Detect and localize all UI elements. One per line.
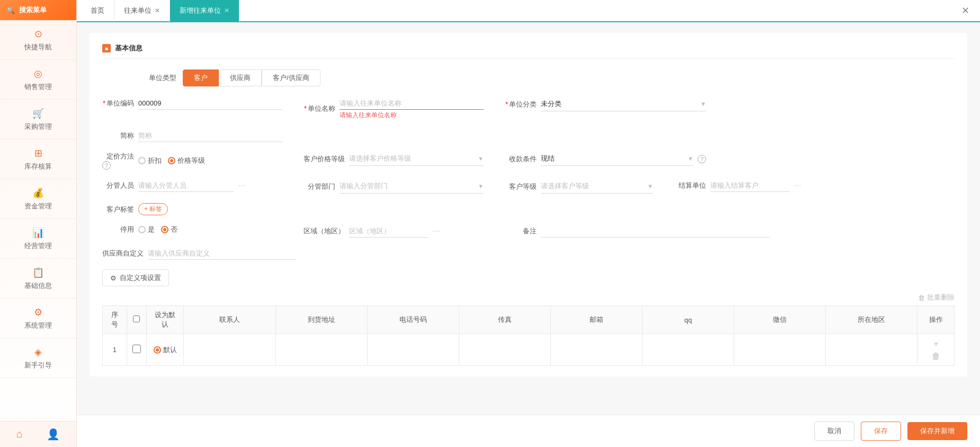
default-radio-label[interactable]: 默认 [152, 345, 179, 355]
sidebar-item-guide[interactable]: ◈ 新手引导 [0, 338, 76, 378]
cell-region [826, 334, 917, 366]
qq-input[interactable] [648, 346, 728, 354]
remark-input[interactable] [541, 225, 770, 238]
pricing-discount-option[interactable]: 折扣 [138, 156, 162, 165]
contact-table: 序号设为默认联系人到货地址电话号码传真邮箱qq微信所在地区操作 1 默认 ＋ 🗑 [102, 305, 955, 366]
col-header-2: 设为默认 [146, 306, 184, 334]
settlement-more-icon[interactable]: ··· [794, 181, 801, 190]
batch-delete-button[interactable]: 🗑 批量删除 [918, 293, 955, 302]
select-all-checkbox[interactable] [133, 315, 140, 322]
unit-type-row: 单位类型 客户 供应商 客户/供应商 [102, 69, 955, 86]
close-new-contact-tab[interactable]: ✕ [224, 7, 229, 14]
payment-terms-select[interactable]: 现结 ▼ [541, 152, 693, 166]
disabled-yes-option[interactable]: 是 [138, 225, 155, 234]
sidebar-header[interactable]: 🔍 搜索菜单 [0, 0, 76, 20]
user-icon[interactable]: 👤 [47, 428, 60, 441]
customer-price-level-label: 客户价格等级 [304, 154, 345, 164]
main-area: 首页 往来单位 ✕ 新增往来单位 ✕ ✕ ■ 基本信息 单位类型 客户 供应商 [77, 0, 980, 447]
add-tag-button[interactable]: + 标签 [138, 203, 168, 215]
sidebar: 🔍 搜索菜单 ⊙ 快捷导航 ◎ 销售管理 🛒 采购管理 ⊞ 库存核算 💰 资金管… [0, 0, 77, 447]
supplier-custom-input[interactable] [148, 247, 296, 260]
address-input[interactable] [281, 346, 362, 354]
sidebar-item-inventory[interactable]: ⊞ 库存核算 [0, 139, 76, 179]
sidebar-label-basic: 基础信息 [24, 281, 52, 291]
unit-code-label: *单位编码 [102, 99, 134, 108]
short-name-input[interactable] [138, 129, 282, 142]
region-input[interactable] [349, 225, 429, 238]
col-header-3: 联系人 [184, 306, 275, 334]
settlement-label: 结算单位 [674, 181, 706, 190]
sidebar-item-finance[interactable]: 💰 资金管理 [0, 179, 76, 219]
remark-label: 备注 [505, 226, 537, 236]
region-more-icon[interactable]: ··· [433, 226, 440, 236]
unit-name-error: 请输入往来单位名称 [340, 111, 484, 120]
default-radio[interactable] [154, 346, 161, 354]
disabled-no-option[interactable]: 否 [161, 225, 177, 234]
customer-price-level-select[interactable]: 请选择客户价格等级 ▼ [349, 152, 484, 166]
form-row-2: 简称 [102, 129, 955, 142]
pricing-grade-option[interactable]: 价格等级 [168, 156, 205, 165]
customer-level-chevron: ▼ [647, 183, 653, 189]
cell-qq [642, 334, 734, 366]
disabled-no-radio[interactable] [161, 226, 168, 233]
sidebar-item-operation[interactable]: 📊 经营管理 [0, 219, 76, 259]
tab-home[interactable]: 首页 [81, 0, 114, 22]
sidebar-search-label[interactable]: 搜索菜单 [19, 5, 47, 15]
sidebar-item-system[interactable]: ⚙ 系统管理 [0, 299, 76, 338]
field-manager: 分管人员 ··· [102, 179, 282, 192]
save-new-button[interactable]: 保存并新增 [907, 422, 967, 440]
unit-category-chevron: ▼ [700, 101, 706, 107]
tab-new-contact[interactable]: 新增往来单位 ✕ [170, 0, 239, 22]
sidebar-item-quick-nav[interactable]: ⊙ 快捷导航 [0, 20, 76, 60]
search-icon: 🔍 [6, 6, 15, 14]
close-all-tabs[interactable]: ✕ [955, 5, 976, 16]
field-short-name: 简称 [102, 129, 282, 142]
system-icon: ⚙ [32, 306, 44, 319]
disabled-yes-radio[interactable] [138, 226, 146, 233]
field-disabled: 停用 是 否 [102, 225, 282, 234]
customer-level-text: 请选择客户等级 [541, 181, 645, 191]
pricing-grade-radio[interactable] [168, 157, 175, 164]
customer-level-select[interactable]: 请选择客户等级 ▼ [541, 179, 653, 194]
home-icon[interactable]: ⌂ [16, 428, 23, 441]
col-header-8: qq [642, 306, 734, 334]
field-unit-code: *单位编码 [102, 97, 282, 110]
wechat-input[interactable] [740, 346, 820, 354]
payment-terms-chevron: ▼ [688, 155, 693, 162]
unit-type-label: 单位类型 [134, 73, 176, 83]
fax-input[interactable] [465, 346, 545, 354]
row-checkbox[interactable] [132, 345, 141, 353]
unit-code-input[interactable] [138, 97, 282, 110]
save-button[interactable]: 保存 [861, 422, 901, 441]
pricing-discount-radio[interactable] [138, 157, 146, 164]
department-label: 分管部门 [304, 182, 335, 191]
settlement-input[interactable] [710, 179, 790, 192]
sidebar-label-sales: 销售管理 [24, 82, 52, 92]
unit-name-wrapper: 请输入往来单位名称 [340, 97, 484, 120]
btn-customer[interactable]: 客户 [183, 69, 219, 86]
unit-name-input[interactable] [340, 97, 484, 110]
sidebar-item-sales[interactable]: ◎ 销售管理 [0, 60, 76, 100]
btn-supplier[interactable]: 供应商 [219, 69, 262, 86]
tab-contacts[interactable]: 往来单位 ✕ [114, 0, 170, 22]
pricing-help-icon[interactable]: ? [102, 161, 111, 170]
custom-settings-button[interactable]: ⚙ 自定义项设置 [102, 269, 169, 286]
sidebar-item-purchase[interactable]: 🛒 采购管理 [0, 100, 76, 139]
manager-input[interactable] [138, 179, 234, 192]
manager-more-icon[interactable]: ··· [238, 181, 245, 190]
region-input[interactable] [831, 346, 912, 354]
contact-input[interactable] [189, 346, 270, 354]
add-row-button[interactable]: ＋ [930, 337, 942, 350]
cancel-button[interactable]: 取消 [814, 422, 854, 441]
unit-category-select[interactable]: 未分类 ▼ [541, 97, 706, 111]
btn-customer-supplier[interactable]: 客户/供应商 [262, 69, 320, 86]
sidebar-item-basic[interactable]: 📋 基础信息 [0, 259, 76, 299]
manager-label: 分管人员 [102, 181, 134, 190]
payment-help-icon[interactable]: ? [698, 155, 706, 163]
field-payment-terms: 收款条件 现结 ▼ ? [505, 152, 706, 166]
phone-input[interactable] [373, 346, 453, 354]
department-select[interactable]: 请输入分管部门 ▼ [340, 179, 484, 194]
close-contacts-tab[interactable]: ✕ [155, 7, 160, 14]
delete-row-button[interactable]: 🗑 [930, 350, 942, 362]
email-input[interactable] [556, 346, 637, 354]
